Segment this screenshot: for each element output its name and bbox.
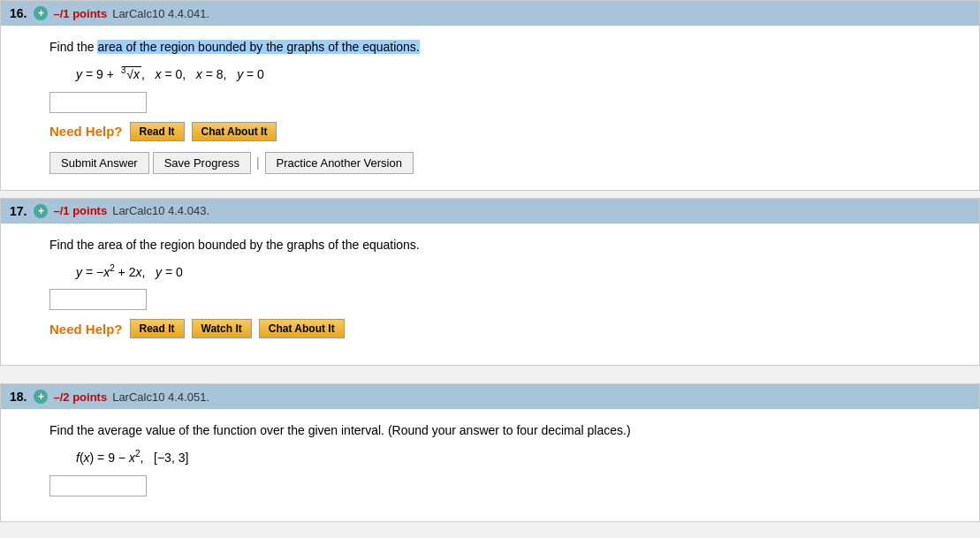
- submit-answer-button-16[interactable]: Submit Answer: [49, 152, 149, 174]
- problem-18-id: LarCalc10 4.4.051.: [112, 390, 209, 404]
- plus-icon-18[interactable]: +: [34, 390, 48, 404]
- problem-16-body: Find the area of the region bounded by t…: [1, 26, 979, 190]
- practice-another-version-button-16[interactable]: Practice Another Version: [265, 152, 414, 174]
- problem-16: 16. + –/1 points LarCalc10 4.4.041. Find…: [0, 0, 980, 191]
- problem-16-points: –/1 points: [53, 7, 107, 20]
- problem-16-id: LarCalc10 4.4.041.: [112, 7, 209, 20]
- problem-17-header: 17. + –/1 points LarCalc10 4.4.043.: [1, 199, 979, 224]
- read-it-button-16[interactable]: Read It: [130, 122, 185, 141]
- problem-16-question: Find the area of the region bounded by t…: [49, 38, 961, 57]
- problem-18-points: –/2 points: [53, 390, 107, 404]
- problem-18-body: Find the average value of the function o…: [1, 409, 979, 521]
- problem-17-equation: y = −x2 + 2x, y = 0: [76, 263, 961, 279]
- problem-18: 18. + –/2 points LarCalc10 4.4.051. Find…: [0, 383, 980, 522]
- problem-18-number: 18.: [10, 390, 27, 404]
- spacer: [0, 373, 980, 383]
- plus-icon-16[interactable]: +: [34, 6, 48, 20]
- problem-17-points: –/1 points: [53, 204, 107, 217]
- read-it-button-17[interactable]: Read It: [130, 319, 185, 338]
- watch-it-button-17[interactable]: Watch It: [192, 319, 252, 338]
- question-highlight: area of the region bounded by the graphs…: [97, 40, 419, 54]
- problem-17-id: LarCalc10 4.4.043.: [112, 204, 209, 217]
- need-help-label-17: Need Help?: [49, 322, 123, 337]
- problem-17-question: Find the area of the region bounded by t…: [49, 236, 961, 254]
- problem-16-actions: Submit Answer Save Progress | Practice A…: [49, 152, 961, 174]
- problem-18-equation: f(x) = 9 − x2, [−3, 3]: [76, 449, 961, 465]
- problem-16-need-help-row: Need Help? Read It Chat About It: [49, 122, 961, 141]
- problem-16-answer-input[interactable]: [49, 92, 147, 113]
- problem-17-body: Find the area of the region bounded by t…: [1, 224, 979, 366]
- save-progress-button-16[interactable]: Save Progress: [153, 152, 251, 174]
- problem-18-question: Find the average value of the function o…: [49, 421, 961, 440]
- problem-16-header: 16. + –/1 points LarCalc10 4.4.041.: [1, 1, 979, 26]
- problem-16-equation: y = 9 + 3√x , x = 0, x = 8, y = 0: [76, 65, 961, 81]
- need-help-label-16: Need Help?: [49, 124, 123, 139]
- problem-17-answer-input[interactable]: [49, 289, 147, 310]
- problem-18-answer-input[interactable]: [49, 475, 147, 496]
- problem-16-number: 16.: [10, 6, 27, 20]
- plus-icon-17[interactable]: +: [34, 204, 48, 218]
- divider-16: |: [256, 155, 260, 170]
- problem-17-number: 17.: [10, 204, 27, 218]
- problem-18-header: 18. + –/2 points LarCalc10 4.4.051.: [1, 384, 979, 409]
- chat-about-it-button-16[interactable]: Chat About It: [192, 122, 277, 141]
- chat-about-it-button-17[interactable]: Chat About It: [259, 319, 345, 338]
- problem-17: 17. + –/1 points LarCalc10 4.4.043. Find…: [0, 198, 980, 367]
- problem-17-need-help-row: Need Help? Read It Watch It Chat About I…: [49, 319, 961, 338]
